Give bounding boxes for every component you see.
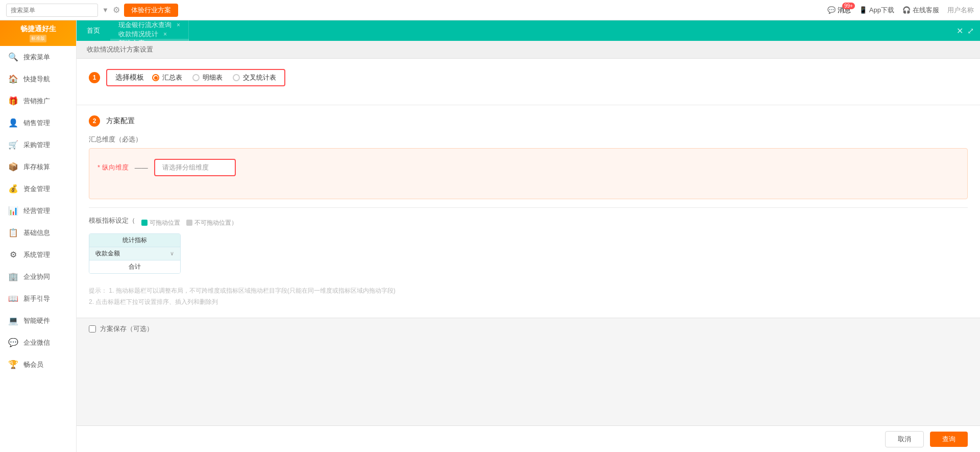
radio-label-detail: 明细表 [203, 73, 223, 82]
dropdown-arrow-icon[interactable]: ▼ [102, 6, 109, 14]
sidebar-item-basic-info[interactable]: 📋基础信息 [0, 222, 76, 244]
save-area: 方案保存（可选） [77, 318, 980, 340]
sidebar-item-collab[interactable]: 🏢企业协同 [0, 266, 76, 288]
footer-actions: 取消 查询 [77, 425, 980, 452]
collab-icon: 🏢 [8, 272, 18, 281]
tab-label-0: 现金银行流水查询 [118, 20, 172, 30]
tab-items: 现金银行流水查询×收款情况统计×新建方案× [110, 20, 189, 41]
marketing-icon: 🎁 [8, 96, 18, 106]
tab-label-1: 收款情况统计 [118, 30, 158, 39]
sidebar-item-search-menu[interactable]: 🔍搜索菜单 [0, 46, 76, 68]
radio-label-cross: 交叉统计表 [243, 73, 276, 82]
save-checkbox[interactable] [89, 325, 96, 332]
dim-select-dropdown[interactable]: 请选择分组维度 [154, 159, 236, 176]
radio-circle-detail [192, 74, 200, 81]
stats-table-data-row[interactable]: 收款金额 ∨ [89, 247, 180, 260]
gear-icon[interactable]: ⚙ [113, 5, 120, 15]
sidebar-item-guide[interactable]: 📖新手引导 [0, 288, 76, 310]
breadcrumb-input[interactable] [6, 4, 98, 17]
tab-0[interactable]: 现金银行流水查询× [110, 20, 189, 30]
tab-1[interactable]: 收款情况统计× [110, 30, 189, 39]
finance-icon: 💰 [8, 184, 18, 194]
section-config: 2 方案配置 汇总维度（必选） * 纵向维度 —— 请选择分组维度 [77, 105, 980, 318]
system-icon: ⚙ [8, 250, 18, 259]
sidebar-item-purchase[interactable]: 🛒采购管理 [0, 134, 76, 156]
sidebar-item-system[interactable]: ⚙系统管理 [0, 244, 76, 266]
step1-label: 选择模板 [115, 73, 144, 82]
tips-area: 提示： 1. 拖动标题栏可以调整布局，不可跨维度或指标区域拖动栏目字段(只能在同… [89, 286, 968, 307]
sidebar-label-search-menu: 搜索菜单 [23, 53, 50, 62]
metrics-hint-row: 模板指标设定（ 可拖动位置 不可拖动位置） [89, 216, 968, 229]
tab-home[interactable]: 首页 [77, 20, 110, 41]
dim-title: 汇总维度（必选） [89, 135, 968, 144]
layout: 畅捷通好生 标准版 🔍搜索菜单🏠快捷导航🎁营销推广👤销售管理🛒采购管理📦库存核算… [0, 20, 980, 452]
required-dim-label: * 纵向维度 [97, 163, 129, 172]
sidebar-item-operation[interactable]: 📊经营管理 [0, 200, 76, 222]
top-bar: ▼ ⚙ 体验行业方案 💬 消息 99+ 📱 App下载 🎧 在线客服 用户名称 [0, 0, 980, 20]
hint-draggable-label: 可拖动位置 [150, 219, 180, 227]
sidebar-item-quick-nav[interactable]: 🏠快捷导航 [0, 68, 76, 90]
sidebar-item-member[interactable]: 🏆畅会员 [0, 353, 76, 375]
stats-total-row: 合计 [89, 260, 180, 273]
sidebar-items: 🔍搜索菜单🏠快捷导航🎁营销推广👤销售管理🛒采购管理📦库存核算💰资金管理📊经营管理… [0, 46, 76, 375]
member-icon: 🏆 [8, 360, 18, 369]
online-service[interactable]: 🎧 在线客服 [902, 6, 939, 15]
metrics-area: 模板指标设定（ 可拖动位置 不可拖动位置） 统计指标 [89, 207, 968, 275]
top-bar-right: 💬 消息 99+ 📱 App下载 🎧 在线客服 用户名称 [827, 6, 974, 15]
dim-arrow: —— [135, 164, 148, 172]
logo-text: 畅捷通好生 [20, 25, 56, 34]
dim-row: * 纵向维度 —— 请选择分组维度 [97, 159, 959, 176]
guide-icon: 📖 [8, 294, 18, 303]
message-area[interactable]: 💬 消息 99+ [827, 6, 851, 15]
step2-label: 方案配置 [106, 116, 135, 126]
query-button[interactable]: 查询 [930, 432, 968, 447]
main: 首页 现金银行流水查询×收款情况统计×新建方案× ✕ ⤢ 收款情况统计方案设置 … [77, 20, 980, 452]
stats-table-preview: 统计指标 收款金额 ∨ 合计 [89, 233, 181, 274]
sidebar-label-purchase: 采购管理 [23, 140, 50, 150]
section-template: 1 选择模板 汇总表 [77, 59, 980, 105]
sidebar-item-marketing[interactable]: 🎁营销推广 [0, 90, 76, 112]
tab-close-0[interactable]: × [177, 21, 180, 29]
step1-number: 1 [89, 72, 100, 83]
non-draggable-icon [186, 220, 192, 226]
sidebar: 畅捷通好生 标准版 🔍搜索菜单🏠快捷导航🎁营销推广👤销售管理🛒采购管理📦库存核算… [0, 20, 77, 452]
sidebar-item-wechat[interactable]: 💬企业微信 [0, 331, 76, 353]
quick-nav-icon: 🏠 [8, 74, 18, 84]
app-label: App下载 [869, 6, 894, 15]
trial-button[interactable]: 体验行业方案 [124, 4, 178, 17]
user-name: 用户名称 [947, 6, 974, 15]
tip-2: 2. 点击标题栏下拉可设置排序、插入列和删除列 [89, 297, 968, 308]
dimension-area: 汇总维度（必选） * 纵向维度 —— 请选择分组维度 [89, 135, 968, 199]
step2-number: 2 [89, 115, 100, 127]
sidebar-item-hardware[interactable]: 💻智能硬件 [0, 310, 76, 331]
purchase-icon: 🛒 [8, 140, 18, 150]
radio-cross[interactable]: 交叉统计表 [233, 73, 276, 82]
cancel-button[interactable]: 取消 [885, 431, 924, 447]
step1-bordered: 选择模板 汇总表 明 [106, 69, 285, 86]
sidebar-label-finance: 资金管理 [23, 184, 50, 194]
inventory-icon: 📦 [8, 162, 18, 172]
logo-area: 畅捷通好生 标准版 [0, 20, 76, 46]
sidebar-item-finance[interactable]: 💰资金管理 [0, 178, 76, 200]
radio-label-summary: 汇总表 [162, 73, 182, 82]
metrics-section-label: 模板指标设定（ [89, 216, 135, 225]
tabs-bar: 首页 现金银行流水查询×收款情况统计×新建方案× ✕ ⤢ [77, 20, 980, 41]
tabs-right: ✕ ⤢ [957, 20, 980, 41]
tab-close-1[interactable]: × [163, 31, 167, 38]
close-window-icon[interactable]: ✕ [957, 26, 963, 36]
sidebar-label-basic-info: 基础信息 [23, 228, 50, 237]
sidebar-item-sales[interactable]: 👤销售管理 [0, 112, 76, 134]
radio-detail[interactable]: 明细表 [192, 73, 223, 82]
app-download[interactable]: 📱 App下载 [859, 6, 894, 15]
stats-dropdown-icon[interactable]: ∨ [170, 250, 174, 257]
edition-badge: 标准版 [30, 35, 46, 42]
sales-icon: 👤 [8, 118, 18, 128]
operation-icon: 📊 [8, 206, 18, 216]
expand-icon[interactable]: ⤢ [967, 26, 974, 36]
sidebar-label-hardware: 智能硬件 [23, 316, 50, 325]
radio-dot-summary [154, 76, 158, 80]
radio-summary[interactable]: 汇总表 [152, 73, 182, 82]
sidebar-item-inventory[interactable]: 📦库存核算 [0, 156, 76, 178]
logo-inner: 畅捷通好生 标准版 [20, 25, 56, 42]
service-label: 在线客服 [913, 6, 939, 15]
